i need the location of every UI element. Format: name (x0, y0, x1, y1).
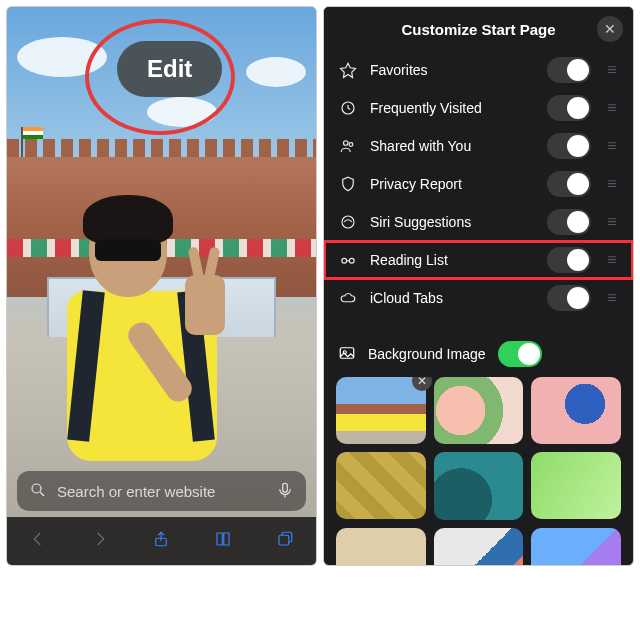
safari-start-page: Edit Search or enter website (6, 6, 317, 566)
mic-icon[interactable] (276, 481, 294, 502)
bg-thumb[interactable] (434, 377, 524, 444)
bg-thumb[interactable] (531, 528, 621, 566)
people-icon (338, 137, 358, 155)
bg-thumb[interactable] (531, 377, 621, 444)
sheet-title: Customize Start Page (401, 21, 555, 38)
reorder-handle-icon[interactable]: ≡ (603, 137, 621, 155)
option-label: Siri Suggestions (370, 214, 535, 230)
svg-point-11 (342, 258, 347, 263)
back-icon (29, 530, 47, 553)
search-icon (29, 481, 47, 502)
toggle-shared-with-you[interactable] (547, 133, 591, 159)
glasses-icon (338, 251, 358, 269)
svg-marker-6 (341, 63, 356, 77)
svg-rect-5 (279, 535, 289, 545)
option-label: Privacy Report (370, 176, 535, 192)
bg-thumb[interactable] (434, 452, 524, 519)
bg-thumb[interactable] (336, 528, 426, 566)
option-label: Reading List (370, 252, 535, 268)
shield-icon (338, 175, 358, 193)
svg-rect-2 (283, 483, 288, 492)
background-thumbnails: ✕ (324, 377, 633, 565)
sheet-header: Customize Start Page ✕ (324, 7, 633, 51)
bg-cloud (17, 37, 107, 77)
toggle-privacy-report[interactable] (547, 171, 591, 197)
svg-point-9 (349, 143, 353, 147)
svg-point-0 (32, 484, 41, 493)
option-shared-with-you: Shared with You ≡ (324, 127, 633, 165)
reorder-handle-icon[interactable]: ≡ (603, 289, 621, 307)
bottom-toolbar (7, 517, 316, 565)
bg-cloud (246, 57, 306, 87)
option-frequently-visited: Frequently Visited ≡ (324, 89, 633, 127)
option-favorites: Favorites ≡ (324, 51, 633, 89)
star-icon (338, 61, 358, 79)
bg-person (47, 197, 227, 497)
option-label: Shared with You (370, 138, 535, 154)
search-bar[interactable]: Search or enter website (17, 471, 306, 511)
background-image-row: Background Image (324, 331, 633, 377)
toggle-reading-list[interactable] (547, 247, 591, 273)
close-icon: ✕ (604, 21, 616, 37)
toggle-background-image[interactable] (498, 341, 542, 367)
option-icloud-tabs: iCloud Tabs ≡ (324, 279, 633, 317)
reorder-handle-icon[interactable]: ≡ (603, 175, 621, 193)
svg-point-8 (344, 141, 349, 146)
background-image-label: Background Image (368, 346, 486, 362)
toggle-icloud-tabs[interactable] (547, 285, 591, 311)
bookmarks-icon[interactable] (214, 530, 232, 553)
bg-cloud (147, 97, 217, 127)
siri-icon (338, 213, 358, 231)
close-button[interactable]: ✕ (597, 16, 623, 42)
bg-thumb[interactable] (434, 528, 524, 566)
reorder-handle-icon[interactable]: ≡ (603, 99, 621, 117)
option-siri-suggestions: Siri Suggestions ≡ (324, 203, 633, 241)
svg-line-1 (40, 492, 44, 496)
option-privacy-report: Privacy Report ≡ (324, 165, 633, 203)
option-reading-list: Reading List ≡ (324, 241, 633, 279)
reorder-handle-icon[interactable]: ≡ (603, 61, 621, 79)
svg-point-12 (349, 258, 354, 263)
tabs-icon[interactable] (276, 530, 294, 553)
bg-thumb[interactable] (531, 452, 621, 519)
search-placeholder: Search or enter website (57, 483, 266, 500)
bg-thumb[interactable] (336, 452, 426, 519)
reorder-handle-icon[interactable]: ≡ (603, 251, 621, 269)
customize-start-page-sheet: Customize Start Page ✕ Favorites ≡ Frequ… (323, 6, 634, 566)
svg-point-10 (342, 216, 354, 228)
option-label: Frequently Visited (370, 100, 535, 116)
bg-thumb-current[interactable]: ✕ (336, 377, 426, 444)
toggle-favorites[interactable] (547, 57, 591, 83)
forward-icon (91, 530, 109, 553)
option-label: iCloud Tabs (370, 290, 535, 306)
remove-bg-icon[interactable]: ✕ (412, 377, 432, 391)
toggle-siri-suggestions[interactable] (547, 209, 591, 235)
image-icon (338, 344, 356, 365)
share-icon[interactable] (152, 530, 170, 553)
reorder-handle-icon[interactable]: ≡ (603, 213, 621, 231)
toggle-frequently-visited[interactable] (547, 95, 591, 121)
option-label: Favorites (370, 62, 535, 78)
clock-icon (338, 99, 358, 117)
cloud-icon (338, 289, 358, 307)
edit-button[interactable]: Edit (117, 41, 222, 97)
